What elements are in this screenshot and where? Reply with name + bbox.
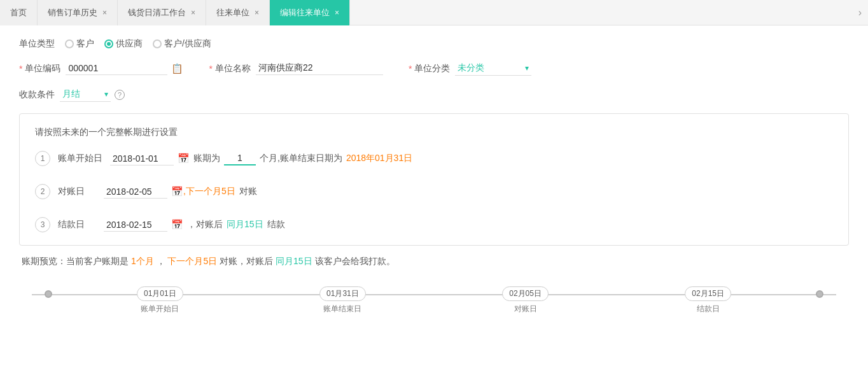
unit-code-label: 单位编码: [25, 63, 60, 74]
radio-group-unit-type: 客户 供应商 客户/供应商: [65, 38, 211, 50]
preview-suffix: 该客户会给我打款。: [315, 256, 395, 266]
unit-code-calendar-icon[interactable]: 📋: [171, 63, 183, 74]
row-2-calendar-icon[interactable]: 📅: [171, 186, 183, 197]
tab-cash-desk-label: 钱货日清工作台: [128, 7, 186, 18]
timeline-end-dot: [816, 290, 823, 298]
timeline-point-1: 01月01日 账单开始日: [137, 286, 183, 314]
preview-part2: 下一个月5日: [167, 256, 217, 266]
tab-edit-partner-close[interactable]: ×: [335, 8, 339, 17]
tab-cash-desk[interactable]: 钱货日清工作台 ×: [118, 0, 206, 25]
payment-terms-value: 月结: [62, 88, 102, 100]
payment-terms-label: 收款条件: [19, 89, 55, 101]
unit-class-group: * 单位分类 未分类 ▾: [409, 61, 531, 76]
row-num-3: 3: [35, 217, 50, 232]
radio-customer[interactable]: 客户: [65, 38, 94, 50]
payment-terms-help-icon[interactable]: ?: [115, 90, 125, 100]
radio-supplier[interactable]: 供应商: [104, 38, 143, 50]
timeline: 01月01日 账单开始日 01月31日 账单结束日 02月05日 对账日 02月…: [32, 280, 836, 314]
unit-class-label: 单位分类: [414, 63, 450, 74]
section-title: 请按照未来的一个完整帐期进行设置: [35, 127, 833, 138]
timeline-label-4: 结款日: [697, 304, 720, 314]
row-3-field-label: 结款日: [58, 219, 96, 230]
setting-row-2: 2 对账日 📅 ,下一个月5日 对账: [35, 184, 833, 199]
row-3-date-input[interactable]: [104, 218, 167, 232]
tab-sales-history-close[interactable]: ×: [102, 8, 107, 17]
tab-bar: 首页 销售订单历史 × 钱货日清工作台 × 往来单位 × 编辑往来单位 × ›: [0, 0, 868, 25]
row-1-period-input[interactable]: [224, 151, 256, 165]
timeline-badge-2: 01月31日: [319, 286, 366, 301]
radio-supplier-circle: [104, 39, 113, 48]
row-2-field-label: 对账日: [58, 186, 96, 197]
tab-cash-desk-close[interactable]: ×: [191, 8, 195, 17]
payment-terms-row: 收款条件 月结 ▾ ?: [19, 87, 849, 102]
timeline-badge-1: 01月01日: [137, 286, 183, 301]
settings-section: 请按照未来的一个完整帐期进行设置 1 账单开始日 📅 账期为 个月,账单结束日期…: [19, 113, 849, 246]
unit-name-star: *: [209, 64, 212, 74]
timeline-label-1: 账单开始日: [141, 304, 179, 314]
row-3-calendar-icon[interactable]: 📅: [171, 219, 183, 230]
timeline-wrapper: 01月01日 账单开始日 01月31日 账单结束日 02月05日 对账日 02月…: [19, 280, 849, 314]
unit-class-select[interactable]: 未分类 ▾: [455, 61, 531, 76]
unit-name-input[interactable]: [256, 62, 383, 75]
tab-sales-history-label: 销售订单历史: [48, 7, 97, 18]
preview-part1: 1个月: [131, 256, 154, 266]
unit-code-group: * 单位编码 📋: [19, 62, 183, 75]
setting-row-1: 1 账单开始日 📅 账期为 个月,账单结束日期为 2018年01月31日: [35, 151, 833, 166]
tab-home-label: 首页: [10, 7, 27, 18]
unit-info-row: * 单位编码 📋 * 单位名称 * 单位分类 未分类 ▾: [19, 61, 849, 76]
preview-mid1: ，: [157, 256, 165, 266]
tab-partners[interactable]: 往来单位 ×: [206, 0, 270, 25]
tab-edit-partner-label: 编辑往来单位: [280, 7, 330, 18]
row-num-1: 1: [35, 151, 50, 166]
tab-partners-label: 往来单位: [216, 7, 249, 18]
tab-partners-close[interactable]: ×: [255, 8, 259, 17]
unit-code-star: *: [19, 64, 22, 74]
row-3-suffix-text: 结款: [267, 219, 285, 230]
timeline-point-2: 01月31日 账单结束日: [319, 286, 366, 314]
payment-terms-arrow-icon: ▾: [104, 90, 108, 99]
row-num-2: 2: [35, 184, 50, 199]
unit-type-label: 单位类型: [19, 38, 55, 50]
row-1-mid-text: 账期为: [193, 153, 220, 164]
row-1-date-input[interactable]: [110, 152, 174, 165]
timeline-badge-4: 02月15日: [685, 286, 731, 301]
preview-mid2: 对账，对账后: [220, 256, 273, 266]
unit-name-group: * 单位名称: [209, 62, 382, 75]
row-2-highlight-text: ,下一个月5日: [183, 186, 235, 197]
row-3-highlight-text: 同月15日: [227, 219, 263, 230]
radio-both[interactable]: 客户/供应商: [153, 38, 211, 50]
preview-text: 账期预览：当前客户账期是 1个月 ， 下一个月5日 对账，对账后 同月15日 该…: [19, 256, 849, 267]
radio-customer-circle: [65, 39, 74, 48]
timeline-point-3: 02月05日 对账日: [502, 286, 549, 314]
payment-terms-select[interactable]: 月结 ▾: [60, 87, 111, 102]
radio-supplier-label: 供应商: [116, 38, 143, 50]
radio-both-label: 客户/供应商: [164, 38, 211, 50]
preview-part3: 同月15日: [276, 256, 312, 266]
unit-code-input[interactable]: [66, 62, 167, 75]
main-content: 单位类型 客户 供应商 客户/供应商 * 单位编码 📋 * 单位名称: [0, 25, 868, 387]
row-1-end-highlight: 2018年01月31日: [346, 153, 412, 164]
timeline-badge-3: 02月05日: [502, 286, 549, 301]
tab-more-button[interactable]: ›: [852, 7, 868, 18]
unit-type-row: 单位类型 客户 供应商 客户/供应商: [19, 38, 849, 50]
tab-home[interactable]: 首页: [0, 0, 38, 25]
unit-class-value: 未分类: [458, 62, 522, 74]
tab-sales-history[interactable]: 销售订单历史 ×: [38, 0, 118, 25]
unit-name-label: 单位名称: [215, 63, 251, 74]
radio-customer-label: 客户: [76, 38, 94, 50]
tab-edit-partner[interactable]: 编辑往来单位 ×: [270, 0, 350, 25]
setting-row-3: 3 结款日 📅 ，对账后 同月15日 结款: [35, 217, 833, 232]
radio-both-circle: [153, 39, 162, 48]
preview-prefix: 账期预览：当前客户账期是: [22, 256, 129, 266]
timeline-start-dot: [45, 290, 52, 298]
row-2-suffix-text: 对账: [239, 186, 257, 197]
row-3-prefix-text: ，对账后: [187, 219, 223, 230]
row-1-calendar-icon[interactable]: 📅: [178, 153, 190, 164]
row-2-date-input[interactable]: [104, 185, 167, 199]
timeline-label-2: 账单结束日: [323, 304, 361, 314]
row-1-end-text: 个月,账单结束日期为: [260, 153, 342, 164]
timeline-point-4: 02月15日 结款日: [685, 286, 731, 314]
row-1-field-label: 账单开始日: [58, 153, 102, 164]
timeline-label-3: 对账日: [514, 304, 537, 314]
unit-class-arrow-icon: ▾: [525, 64, 529, 73]
